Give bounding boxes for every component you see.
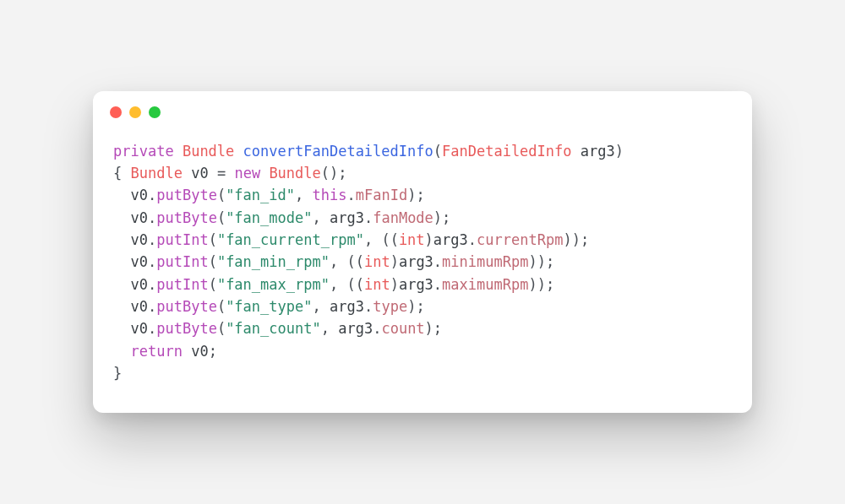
cast-open: (( [346,253,363,270]
dot: . [468,231,477,248]
paren-open: ( [433,143,442,160]
member-ref: count [381,320,424,337]
member-ref: currentRpm [477,231,563,248]
string-literal: "fan_max_rpm" [217,276,330,293]
dot: . [346,187,355,203]
string-literal: "fan_mode" [226,209,312,226]
member-ref: maximumRpm [442,276,528,293]
arg-ref: arg3 [399,276,433,293]
paren: ( [209,253,217,270]
arg-ref: arg3 [330,209,364,226]
var-ref: v0 [130,298,147,315]
keyword-private: private [113,143,174,160]
method-name: putByte [156,187,217,203]
dot: . [148,276,156,293]
dot: . [364,298,373,315]
arg-ref: arg3 [330,298,364,315]
var-ref: v0 [130,253,147,270]
arg-ref: arg3 [338,320,373,337]
minimize-icon[interactable] [129,106,141,118]
window-titlebar [93,91,752,125]
var-ref: v0 [130,276,147,293]
close: )); [563,231,589,248]
cast-type: int [364,276,390,293]
string-literal: "fan_current_rpm" [217,231,364,248]
comma: , [364,231,373,248]
var-type: Bundle [131,165,183,182]
paren: ( [217,320,226,337]
close: ); [433,209,450,226]
paren: ( [217,187,226,203]
semicolon: ; [209,343,217,360]
return-var: v0 [191,343,208,360]
method-name: putByte [156,209,217,226]
comma: , [295,187,303,203]
var-ref: v0 [130,231,147,248]
dot: . [373,320,381,337]
close: ); [407,298,424,315]
string-literal: "fan_count" [226,320,321,337]
string-literal: "fan_type" [226,298,312,315]
cast-open: (( [381,231,398,248]
dot: . [364,209,373,226]
close: )); [528,276,554,293]
comma: , [312,209,320,226]
method-name: putInt [156,253,208,270]
cast-open: (( [346,276,363,293]
close: ); [407,187,424,203]
ctor-name: Bundle [269,165,320,182]
dot: . [148,320,156,337]
keyword-new: new [234,165,260,182]
dot: . [148,187,156,203]
member-ref: mFanId [356,187,407,203]
member-ref: fanMode [373,209,433,226]
close-icon[interactable] [110,106,122,118]
paren: ( [217,209,226,226]
dot: . [148,209,156,226]
cast-close: ) [390,253,399,270]
var-ref: v0 [130,209,147,226]
var-ref: v0 [130,320,147,337]
paren: ( [217,298,226,315]
cast-close: ) [390,276,399,293]
comma: , [330,276,338,293]
method-name: putInt [156,276,208,293]
maximize-icon[interactable] [149,106,161,118]
close: )); [528,253,554,270]
ctor-parens: (); [321,165,347,182]
paren: ( [209,231,217,248]
code-window: private Bundle convertFanDetailedInfo(Fa… [93,91,752,414]
var-ref: v0 [130,187,147,203]
code-block: private Bundle convertFanDetailedInfo(Fa… [93,125,752,414]
param-type: FanDetailedInfo [442,143,572,160]
paren-close: ) [615,143,624,160]
close: ); [425,320,442,337]
member-ref: type [373,298,407,315]
var-name: v0 [191,165,208,182]
param-name: arg3 [581,143,615,160]
dot: . [148,253,156,270]
method-name: putByte [156,320,217,337]
equals: = [217,165,226,182]
brace-open: { [113,165,122,182]
paren: ( [209,276,217,293]
dot: . [433,253,442,270]
cast-close: ) [425,231,433,248]
brace-close: } [113,365,122,382]
comma: , [321,320,330,337]
comma: , [312,298,320,315]
dot: . [148,231,156,248]
member-ref: minimumRpm [442,253,528,270]
string-literal: "fan_id" [226,187,295,203]
string-literal: "fan_min_rpm" [217,253,330,270]
arg-ref: arg3 [399,253,433,270]
dot: . [433,276,442,293]
cast-type: int [364,253,390,270]
keyword-return: return [130,343,182,360]
return-type: Bundle [183,143,234,160]
arg-ref: arg3 [433,231,468,248]
cast-type: int [399,231,425,248]
method-name: putByte [156,298,217,315]
comma: , [330,253,338,270]
dot: . [148,298,156,315]
